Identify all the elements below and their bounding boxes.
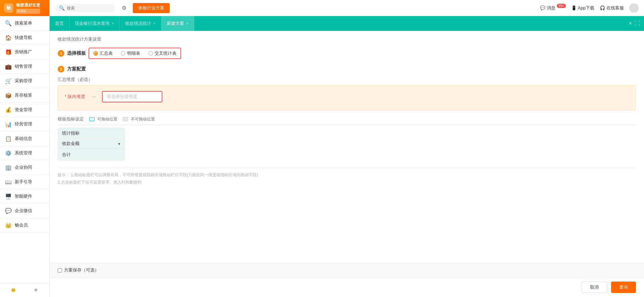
sidebar-label-basic-info: 基础信息 (15, 136, 32, 142)
sidebar-label-inventory: 库存核算 (15, 92, 32, 98)
user-avatar[interactable] (629, 3, 639, 13)
sidebar-item-marketing[interactable]: 🎁 营销推广 (0, 45, 49, 59)
tip-item-1: 提示： 1.拖动标题栏可以调整布局，不可跨维度或指标区域拖动栏目字段(只能在同一… (58, 171, 636, 179)
metrics-group-header: 统计指标 (58, 128, 124, 139)
gift-icon: 🎁 (5, 49, 11, 55)
sidebar: 畅 畅捷通好生意 标准版 🔍 搜索菜单 🏠 快捷导航 🎁 营销推广 💼 销售管理… (0, 0, 50, 297)
sidebar-item-search-menu[interactable]: 🔍 搜索菜单 (0, 16, 49, 31)
sidebar-item-smart-hw[interactable]: 🖥️ 智能硬件 (0, 189, 49, 204)
basic-info-icon: 📋 (5, 136, 11, 142)
sales-icon: 💼 (5, 63, 11, 69)
notifications-item[interactable]: 💬 消息 99+ (540, 5, 566, 11)
service-icon: 🎧 (600, 5, 605, 10)
tip-text-1: 1.拖动标题栏可以调整布局，不可跨维度或指标区域拖动栏目字段(只能在同一维度或指… (71, 172, 258, 177)
search-box[interactable]: 🔍 (55, 4, 115, 12)
settings-icon[interactable]: ⚙ (119, 3, 129, 13)
tips-section: 提示： 1.拖动标题栏可以调整布局，不可跨维度或指标区域拖动栏目字段(只能在同一… (58, 167, 636, 186)
app-download-item[interactable]: 📱 App下载 (571, 5, 594, 11)
sidebar-item-wechat[interactable]: 💬 企业微信 (0, 204, 49, 218)
tab-new-plan-close[interactable]: × (186, 21, 189, 26)
metrics-row-amount[interactable]: 收款金额 ▾ (58, 139, 124, 149)
not-draggable-box (123, 117, 128, 121)
content-area: 收款情况统计方案设置 1 选择模板 汇总表 明细表 (50, 31, 644, 297)
sidebar-item-corp[interactable]: 🏢 企业协同 (0, 160, 49, 175)
sidebar-item-inventory[interactable]: 📦 库存核算 (0, 88, 49, 103)
maximize-btn[interactable]: ⛶ (635, 20, 640, 27)
metrics-title: 模板指标设定 (58, 116, 84, 122)
corp-icon: 🏢 (5, 164, 11, 170)
metrics-row-total: 合计 (58, 149, 124, 160)
radio-cross[interactable]: 交叉统计表 (148, 50, 176, 56)
search-icon: 🔍 (59, 5, 65, 11)
sidebar-menu: 🔍 搜索菜单 🏠 快捷导航 🎁 营销推广 💼 销售管理 🛒 采购管理 📦 库存核… (0, 16, 49, 283)
step1-title: 选择模板 (67, 50, 86, 56)
draggable-box (89, 117, 95, 121)
sidebar-label-finance: 资金管理 (15, 107, 32, 113)
tab-collection-stat-close[interactable]: × (153, 21, 156, 26)
radio-summary[interactable]: 汇总表 (93, 50, 113, 56)
breadcrumb: 收款情况统计方案设置 (58, 36, 636, 42)
industry-btn[interactable]: 体验行业方案 (133, 3, 170, 13)
dimension-area: 纵向维度 → 请选择分组维度 (58, 85, 636, 111)
sidebar-item-member[interactable]: 👑 畅会员 (0, 218, 49, 233)
sidebar-item-purchase[interactable]: 🛒 采购管理 (0, 74, 49, 88)
wechat-icon: 💬 (5, 208, 11, 214)
radio-summary-circle (93, 51, 98, 56)
legend-not-draggable: 不可拖动位置 (123, 116, 155, 122)
sidebar-item-system[interactable]: ⚙️ 系统管理 (0, 146, 49, 160)
sidebar-item-basic-info[interactable]: 📋 基础信息 (0, 132, 49, 146)
step2-section: 2 方案配置 汇总维度（必选） 纵向维度 → 请选择分组维度 (58, 66, 636, 186)
tab-collection-stat[interactable]: 收款情况统计 × (120, 16, 161, 31)
nav-tabs: 首页 现金银行流水查询 × 收款情况统计 × 新建方案 × × ⛶ (50, 16, 644, 31)
purchase-icon: 🛒 (5, 78, 11, 84)
sidebar-label-member: 畅会员 (15, 222, 28, 228)
save-checkbox-label[interactable]: 方案保存（可选） (58, 267, 99, 273)
sidebar-label-search-menu: 搜索菜单 (15, 20, 32, 26)
sidebar-label-newbie: 新手引导 (15, 179, 32, 185)
sidebar-item-sales[interactable]: 💼 销售管理 (0, 59, 49, 74)
nav-tabs-right: × ⛶ (625, 16, 644, 31)
sidebar-label-system: 系统管理 (15, 150, 32, 156)
sidebar-bottom-left[interactable]: 😊 (3, 286, 24, 294)
sidebar-item-newbie[interactable]: 📖 新手引导 (0, 175, 49, 189)
sidebar-item-finance[interactable]: 💰 资金管理 (0, 103, 49, 117)
sidebar-bottom-right[interactable]: ⚙ (25, 286, 47, 294)
download-icon: 📱 (571, 5, 577, 10)
sidebar-bottom: 😊 ⚙ (0, 283, 49, 297)
tab-bank-flow[interactable]: 现金银行流水查询 × (69, 16, 120, 31)
online-service-item[interactable]: 🎧 在线客服 (600, 5, 624, 11)
tab-home[interactable]: 首页 (50, 16, 69, 31)
sidebar-logo: 畅 畅捷通好生意 标准版 (0, 0, 49, 16)
tip-item-2: 2.点击标题栏下拉可设置排序、插入列和删除列 (58, 179, 636, 186)
sidebar-label-purchase: 采购管理 (15, 78, 32, 84)
radio-cross-circle (148, 51, 153, 56)
metrics-dropdown-icon[interactable]: ▾ (118, 141, 120, 146)
query-button[interactable]: 查询 (611, 282, 636, 293)
logo-text: 畅捷通好生意 标准版 (16, 2, 40, 14)
minimize-btn[interactable]: × (629, 20, 632, 27)
step2-title: 方案配置 (67, 66, 86, 72)
step1-number: 1 (58, 50, 64, 57)
save-checkbox[interactable] (58, 268, 62, 273)
radio-detail[interactable]: 明细表 (121, 50, 140, 56)
metrics-amount-label: 收款金额 (62, 141, 118, 147)
cancel-button[interactable]: 取消 (582, 282, 607, 293)
search-input[interactable] (67, 6, 107, 10)
tab-new-plan[interactable]: 新建方案 × (161, 16, 194, 31)
topbar-right: 💬 消息 99+ 📱 App下载 🎧 在线客服 (540, 3, 639, 13)
dimension-row: 纵向维度 → 请选择分组维度 (65, 91, 629, 102)
sidebar-label-smart-hw: 智能硬件 (15, 193, 32, 199)
legend-draggable: 可拖动位置 (89, 116, 117, 122)
step1-header: 1 选择模板 汇总表 明细表 交 (58, 48, 636, 59)
metrics-header: 模板指标设定 可拖动位置 不可拖动位置 (58, 116, 636, 125)
tab-bank-flow-close[interactable]: × (112, 21, 114, 26)
system-icon: ⚙️ (5, 150, 11, 156)
logo-icon: 畅 (4, 3, 13, 13)
inventory-icon: 📦 (5, 92, 11, 98)
step2-number: 2 (58, 66, 64, 72)
vertical-dim-label: 纵向维度 (65, 94, 85, 100)
dimension-select[interactable]: 请选择分组维度 (102, 91, 162, 102)
sidebar-item-operation[interactable]: 📊 经营管理 (0, 117, 49, 132)
sidebar-label-quick-nav: 快捷导航 (15, 35, 32, 41)
sidebar-item-quick-nav[interactable]: 🏠 快捷导航 (0, 31, 49, 45)
